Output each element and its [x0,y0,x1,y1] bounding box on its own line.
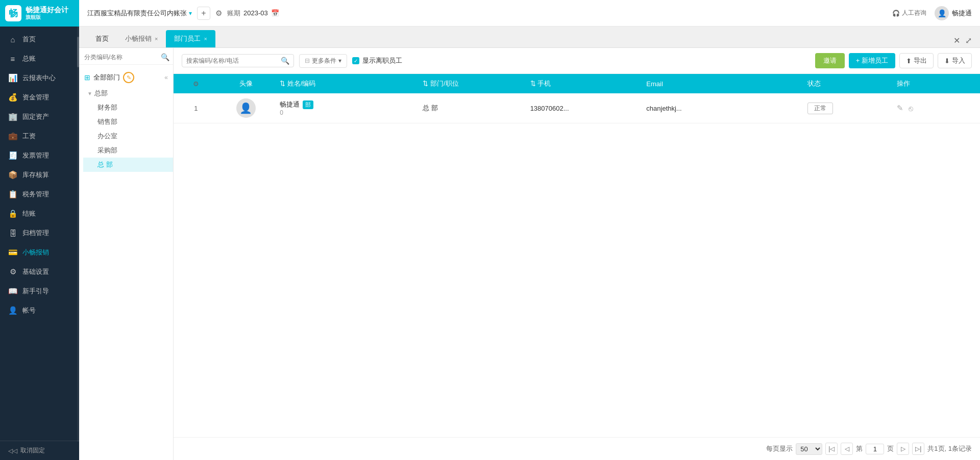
export-label: 导出 [914,56,927,65]
calendar-icon: 📅 [271,9,279,17]
add-employee-label: + 新增员工 [856,56,888,65]
prev-page-button[interactable]: ◁ [841,443,853,455]
sidebar-item-inventory[interactable]: 📦 库存核算 [0,165,79,185]
first-page-button[interactable]: |◁ [825,443,838,455]
import-icon: ⬇ [944,57,950,65]
th-actions: 操作 [891,74,980,93]
edit-badge[interactable]: ✎ [123,72,134,83]
sidebar-item-archive-label: 归档管理 [22,228,49,238]
dept-group-label: 总部 [94,89,108,98]
sidebar-item-expense[interactable]: 💳 小畅报销 [0,243,79,262]
company-dropdown-icon: ▾ [189,10,192,17]
period-selector[interactable]: 账期 2023-03 📅 [227,9,279,18]
show-resigned-checkbox[interactable]: ✓ [352,57,359,64]
expense-icon: 💳 [8,248,17,257]
dept-search-input[interactable] [84,54,161,61]
add-employee-button[interactable]: + 新增员工 [849,53,895,68]
search-input[interactable] [186,57,279,64]
filter-button[interactable]: ⊟ 更多条件 ▾ [299,54,347,68]
cell-no: 1 [174,93,218,123]
topbar-settings-icon[interactable]: ⚙ [215,9,222,18]
service-button[interactable]: 🎧 人工咨询 [892,9,926,17]
dept-item-caigou[interactable]: 采购部 [83,143,173,158]
company-name: 江西服宝精品有限责任公司内账张 [87,9,187,18]
tab-home-label: 首页 [95,34,109,43]
sidebar-item-basic-settings[interactable]: ⚙ 基础设置 [0,262,79,282]
sidebar-item-home[interactable]: ⌂ 首页 [0,30,79,49]
collapse-icon[interactable]: « [164,74,168,81]
dept-search-icon[interactable]: 🔍 [161,53,169,61]
inventory-icon: 📦 [8,170,17,180]
next-page-button[interactable]: ▷ [897,443,909,455]
content: 🔍 ⊞ 全部部门 ✎ « ▼ 总部 财务部 销售部 办公室 采购 [79,48,980,460]
sidebar-item-basic-settings-label: 基础设置 [22,267,49,276]
cancel-fixed-button[interactable]: ◁◁ 取消固定 [0,441,79,460]
cell-dept: 总 部 [416,93,524,123]
sidebar-item-tax[interactable]: 📋 税务管理 [0,185,79,204]
pin-icon: ◁◁ [8,447,17,454]
sidebar-item-reports[interactable]: 📊 云报表中心 [0,68,79,88]
logout-icon[interactable]: ⎋ [909,104,913,113]
sidebar-item-guide[interactable]: 📖 新手引导 [0,282,79,301]
sidebar-item-ledger-label: 总账 [22,54,36,63]
import-button[interactable]: ⬇ 导入 [938,53,972,68]
sidebar-item-fixed-assets[interactable]: 🏢 固定资产 [0,107,79,126]
table-header-row: ⚙ 头像 ⇅ 姓名/编码 ⇅ 部门/职位 ⇅ 手机 Email [174,74,980,93]
invite-button[interactable]: 邀请 [815,53,845,68]
per-page-select[interactable]: 50 100 200 [796,443,822,455]
dept-all-item[interactable]: ⊞ 全部部门 ✎ « [79,69,173,86]
archive-icon: 🗄 [8,229,17,238]
dept-item-caiwu[interactable]: 财务部 [83,100,173,115]
th-email: Email [640,74,801,93]
employee-name-row: 畅捷通 部 [280,100,410,109]
th-name[interactable]: ⇅ 姓名/编码 [274,74,416,93]
tab-xiaochang[interactable]: 小畅报销 × [117,30,166,47]
close-all-icon[interactable]: ✕ [953,36,960,45]
sidebar-item-reports-label: 云报表中心 [22,73,56,83]
page-input[interactable] [866,444,884,454]
home-icon: ⌂ [8,35,17,44]
sidebar-item-account[interactable]: 👤 帐号 [0,301,79,320]
dept-panel: 🔍 ⊞ 全部部门 ✎ « ▼ 总部 财务部 销售部 办公室 采购 [79,48,174,460]
sidebar-item-ledger[interactable]: ≡ 总账 [0,49,79,68]
sidebar-item-archive[interactable]: 🗄 归档管理 [0,223,79,243]
th-phone[interactable]: ⇅ 手机 [524,74,641,93]
export-icon: ⬆ [906,57,912,65]
tab-xiaochang-close-icon[interactable]: × [155,36,158,42]
sidebar: 畅 畅捷通好会计 旗舰版 ⌂ 首页 ≡ 总账 📊 云报表中心 💰 资金管理 🏢 … [0,0,79,460]
sidebar-item-closing[interactable]: 🔒 结账 [0,204,79,223]
add-company-button[interactable]: + [197,7,210,20]
search-icon[interactable]: 🔍 [281,57,289,65]
sidebar-item-payroll-label: 工资 [22,132,36,141]
th-settings[interactable]: ⚙ [174,74,218,93]
dept-item-zongbu[interactable]: 总 部 [83,158,173,172]
toolbar-actions: 邀请 + 新增员工 ⬆ 导出 ⬇ 导入 [815,53,972,68]
export-button[interactable]: ⬆ 导出 [899,53,934,68]
company-selector[interactable]: 江西服宝精品有限责任公司内账张 ▾ [87,9,192,18]
dept-group-header[interactable]: ▼ 总部 [83,86,173,100]
cell-avatar: 👤 [218,93,274,123]
dept-all-label: 全部部门 [93,73,120,82]
tab-dept-employee[interactable]: 部门员工 × [166,30,215,47]
sidebar-item-payroll[interactable]: 💼 工资 [0,126,79,146]
sidebar-item-guide-label: 新手引导 [22,287,49,296]
tab-home[interactable]: 首页 [87,30,117,47]
sidebar-item-funds-label: 资金管理 [22,93,49,102]
filter-dropdown-icon: ▾ [338,57,341,64]
tab-dept-employee-close-icon[interactable]: × [204,36,207,42]
status-badge: 正常 [807,103,833,114]
sidebar-item-invoice[interactable]: 🧾 发票管理 [0,146,79,165]
user-menu[interactable]: 👤 畅捷通 [935,6,972,20]
headset-icon: 🎧 [892,10,900,17]
last-page-button[interactable]: ▷| [912,443,924,455]
show-resigned-checkbox-area[interactable]: ✓ 显示离职员工 [352,56,402,65]
user-name: 畅捷通 [952,9,972,18]
sidebar-item-funds[interactable]: 💰 资金管理 [0,88,79,107]
th-dept[interactable]: ⇅ 部门/职位 [416,74,524,93]
period-label: 账期 [227,9,240,18]
dept-item-xiaoshou[interactable]: 销售部 [83,115,173,129]
expand-icon[interactable]: ⤢ [965,36,972,45]
grid-icon: ⊞ [84,73,90,82]
dept-item-bangong[interactable]: 办公室 [83,129,173,143]
edit-icon[interactable]: ✎ [897,104,903,113]
